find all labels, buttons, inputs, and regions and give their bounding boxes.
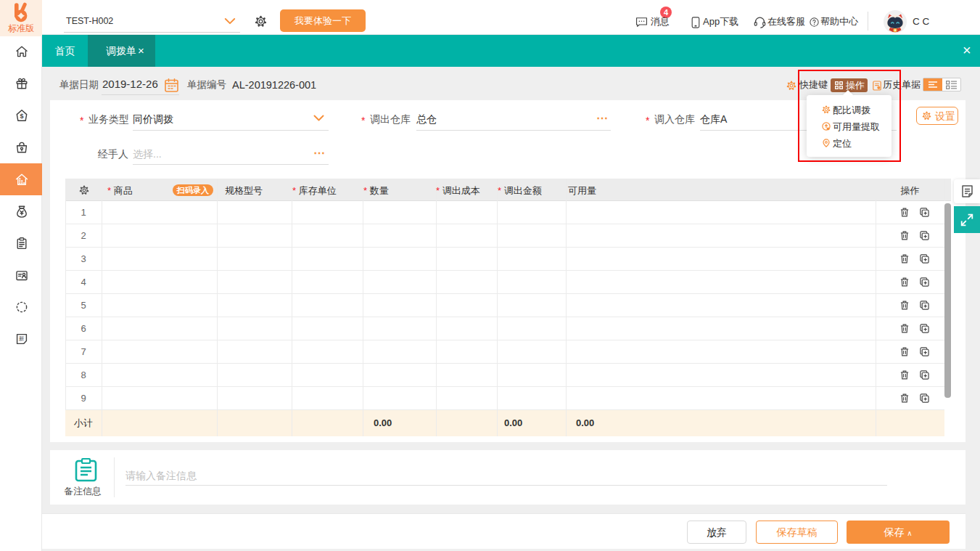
svg-text:$: $ — [20, 113, 23, 120]
svg-text:新: 新 — [19, 335, 25, 342]
